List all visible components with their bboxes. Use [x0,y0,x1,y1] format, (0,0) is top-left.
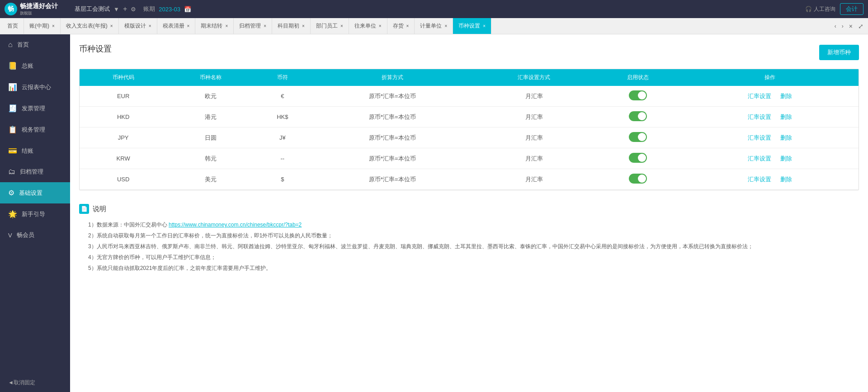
tab-close-icon[interactable]: × [110,24,113,28]
cell-rate-type: 月汇率 [474,86,594,107]
tab-close-icon[interactable]: × [444,24,447,28]
rate-setting-link[interactable]: 汇率设置 [748,155,771,162]
cell-name: 日圆 [167,128,254,148]
sidebar-item-label: 归档管理 [20,168,43,176]
app-logo: 畅 畅捷通好会计 旗舰版 [5,2,75,16]
tab-label: 账(中期) [29,22,49,30]
period-value: 2023-03 [159,6,180,13]
tab-close-icon[interactable]: × [483,24,486,28]
cell-method: 原币*汇率=本位币 [311,107,474,128]
cell-action: 汇率设置 删除 [682,148,859,169]
cell-status[interactable] [594,128,681,148]
tab-next-button[interactable]: › [839,21,846,31]
col-status: 启用状态 [594,69,681,86]
rate-setting-link[interactable]: 汇率设置 [748,134,771,141]
tab-close-icon[interactable]: × [406,24,409,28]
sidebar-item-tax[interactable]: 📋 税务管理 [0,119,70,140]
sidebar-item-home[interactable]: ⌂ 首页 [0,34,70,55]
sidebar-item-guide[interactable]: 🌟 新手引导 [0,203,70,225]
rate-setting-link[interactable]: 汇率设置 [748,113,771,120]
note-item: 1）数据来源：中国外汇交易中心 https://www.chinamoney.c… [79,219,859,230]
tab-department[interactable]: 部门员工 × [311,18,349,34]
tab-ledger-period[interactable]: 账(中期) × [24,18,61,34]
tab-close-icon[interactable]: × [187,24,190,28]
tab-home[interactable]: 首页 [2,18,24,34]
cell-method: 原币*汇率=本位币 [311,169,474,190]
sidebar-item-checkout[interactable]: 💳 结账 [0,140,70,161]
delete-link[interactable]: 删除 [780,93,792,99]
tab-close-icon[interactable]: × [264,24,266,28]
cell-symbol: € [255,86,311,107]
tab-inventory[interactable]: 存货 × [387,18,415,34]
sidebar-item-member[interactable]: V 畅会员 [0,225,70,246]
status-toggle[interactable] [629,90,647,100]
tab-account-init[interactable]: 科目期初 × [272,18,311,34]
tab-income-report[interactable]: 收入支出表(年报) × [61,18,119,34]
tab-close-all-button[interactable]: × [846,21,855,32]
cell-status[interactable] [594,107,681,128]
delete-link[interactable]: 删除 [780,155,792,162]
calendar-icon[interactable]: 📅 [184,6,191,13]
tab-close-icon[interactable]: × [340,24,343,28]
tab-close-icon[interactable]: × [149,24,151,28]
currency-table: 币种代码 币种名称 币符 折算方式 汇率设置方式 启用状态 操作 EUR 欧元 … [79,69,859,190]
tab-label: 部门员工 [316,22,338,30]
invoice-icon: 🧾 [8,104,17,113]
rate-setting-link[interactable]: 汇率设置 [748,93,771,99]
tab-close-icon[interactable]: × [52,24,55,28]
cell-status[interactable] [594,148,681,169]
delete-link[interactable]: 删除 [780,176,792,183]
cell-status[interactable] [594,169,681,190]
cell-code: KRW [80,148,167,169]
tab-period-end[interactable]: 期末结转 × [195,18,234,34]
new-currency-button[interactable]: 新增币种 [819,45,859,60]
cell-code: EUR [80,86,167,107]
cell-action: 汇率设置 删除 [682,86,859,107]
support-button[interactable]: 🎧 人工咨询 [805,5,835,13]
tab-prev-button[interactable]: ‹ [832,21,839,31]
tab-customer[interactable]: 往来单位 × [349,18,387,34]
tab-archive[interactable]: 归档管理 × [234,18,272,34]
sidebar-item-invoice[interactable]: 🧾 发票管理 [0,98,70,119]
org-dropdown-icon[interactable]: ▼ [113,6,119,13]
tab-currency[interactable]: 币种设置 × [453,18,491,34]
tab-close-icon[interactable]: × [225,24,228,28]
table-row: JPY 日圆 J¥ 原币*汇率=本位币 月汇率 汇率设置 删除 [80,128,859,148]
org-settings-icon[interactable]: ⚙ [131,6,136,13]
note-section: 📄 说明 1）数据来源：中国外汇交易中心 https://www.chinamo… [79,204,859,274]
headphone-icon: 🎧 [805,6,812,12]
status-toggle[interactable] [629,153,647,163]
status-toggle[interactable] [629,111,647,121]
sidebar-item-ledger[interactable]: 📒 总账 [0,55,70,76]
sidebar-item-label: 首页 [17,41,29,49]
tab-tax-table[interactable]: 税表清册 × [157,18,196,34]
tab-unit[interactable]: 计量单位 × [415,18,453,34]
col-symbol: 币符 [255,69,311,86]
sidebar-item-label: 新手引导 [22,210,45,218]
sidebar-item-settings[interactable]: ⚙ 基础设置 [0,182,70,203]
note-item: 2）系统自动获取每月第一个工作日的汇率标价，统一为直接标价法，即1外币可以兑换的… [79,230,859,241]
cell-action: 汇率设置 删除 [682,107,859,128]
sidebar-pin-button[interactable]: ◄取消固定 [0,373,70,392]
note-link[interactable]: https://www.chinamoney.com.cn/chinese/bk… [169,222,302,228]
account-button[interactable]: 会计 [840,3,863,15]
cell-method: 原币*汇率=本位币 [311,86,474,107]
table-row: KRW 韩元 -- 原币*汇率=本位币 月汇率 汇率设置 删除 [80,148,859,169]
sidebar-item-reports[interactable]: 📊 云报表中心 [0,76,70,98]
tab-close-icon[interactable]: × [379,24,382,28]
period-label: 账期 [143,5,155,13]
delete-link[interactable]: 删除 [780,134,792,141]
status-toggle[interactable] [629,174,647,184]
rate-setting-link[interactable]: 汇率设置 [748,176,771,183]
tab-expand-button[interactable]: ⤢ [855,21,866,32]
delete-link[interactable]: 删除 [780,113,792,120]
status-toggle[interactable] [629,132,647,142]
tax-icon: 📋 [8,125,17,134]
add-org-button[interactable]: + [123,5,127,13]
col-method: 折算方式 [311,69,474,86]
tab-close-icon[interactable]: × [302,24,305,28]
tab-template-design[interactable]: 模版设计 × [119,18,157,34]
cell-action: 汇率设置 删除 [682,169,859,190]
sidebar-item-archive[interactable]: 🗂 归档管理 [0,161,70,182]
cell-status[interactable] [594,86,681,107]
